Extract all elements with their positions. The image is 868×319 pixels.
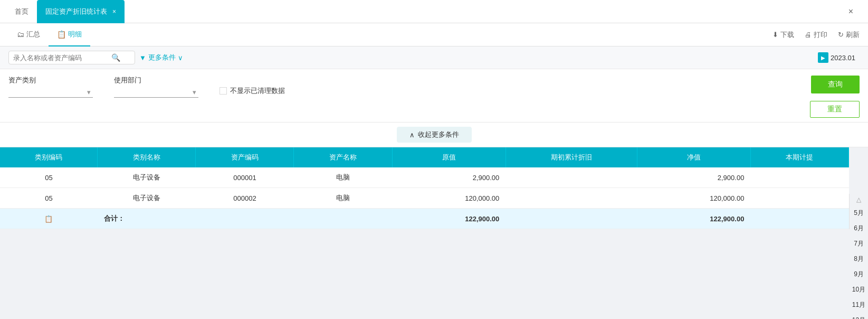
window-close-button[interactable]: ×: [840, 7, 862, 16]
print-label: 打印: [814, 30, 827, 40]
month-8[interactable]: 8月: [850, 251, 868, 267]
cell-asset-code-2: 000002: [196, 188, 294, 209]
download-button[interactable]: ⬇ 下载: [772, 30, 794, 40]
download-icon: ⬇: [772, 31, 778, 39]
cell-current-depr-1: [750, 167, 848, 188]
data-table: 类别编码 类别名称 资产编码 资产名称 原值 期初累计折旧 净值 本期计提 05…: [0, 147, 849, 229]
top-nav: 首页 固定资产折旧统计表 × ×: [0, 0, 868, 23]
department-label: 使用部门: [114, 76, 198, 85]
cell-net-value-2: 120,000.00: [637, 188, 750, 209]
data-table-wrap: 类别编码 类别名称 资产编码 资产名称 原值 期初累计折旧 净值 本期计提 05…: [0, 147, 849, 229]
cell-accumulated-2: [505, 188, 637, 209]
collapse-button[interactable]: ∧ 收起更多条件: [397, 127, 472, 143]
chevron-down-icon: ∨: [178, 54, 183, 62]
month-7[interactable]: 7月: [850, 236, 868, 251]
table-row: 05 电子设备 000001 电脑 2,900.00 2,900.00: [0, 167, 849, 188]
total-original: 122,900.00: [392, 209, 505, 229]
cell-net-value-1: 2,900.00: [637, 167, 750, 188]
col-accumulated: 期初累计折旧: [505, 147, 637, 167]
cell-asset-name-2: 电脑: [294, 188, 392, 209]
month-10[interactable]: 10月: [850, 282, 868, 297]
hide-cleared-group: 不显示已清理数据: [220, 86, 285, 96]
filter-icon: ▼: [139, 54, 146, 62]
download-label: 下载: [780, 30, 794, 40]
search-icon: 🔍: [111, 53, 120, 62]
query-button[interactable]: 查询: [811, 76, 860, 93]
asset-category-group: 资产类别 ▾: [8, 76, 93, 98]
expand-button[interactable]: ▶: [818, 52, 828, 63]
total-label: 合计：: [98, 209, 392, 229]
total-current-depr: [750, 209, 848, 229]
tab-summary[interactable]: 🗂 汇总: [8, 23, 49, 46]
table-header-row: 类别编码 类别名称 资产编码 资产名称 原值 期初累计折旧 净值 本期计提: [0, 147, 849, 167]
tab-summary-label: 汇总: [26, 30, 40, 39]
col-category-code: 类别编码: [0, 147, 98, 167]
hide-cleared-checkbox[interactable]: [220, 87, 227, 95]
table-row: 05 电子设备 000002 电脑 120,000.00 120,000.00: [0, 188, 849, 209]
reset-button[interactable]: 重置: [810, 101, 860, 118]
department-select[interactable]: ▾: [114, 87, 198, 98]
month-nav: △ 5月 6月 7月 8月 9月 10月 11月 12月 2023: [849, 194, 868, 229]
col-asset-code: 资产编码: [196, 147, 294, 167]
active-tab[interactable]: 固定资产折旧统计表 ×: [37, 0, 125, 23]
total-accumulated: [505, 209, 637, 229]
cell-category-name-2: 电子设备: [98, 188, 196, 209]
refresh-button[interactable]: ↻ 刷新: [838, 30, 860, 40]
cell-original-1: 2,900.00: [392, 167, 505, 188]
search-input[interactable]: [13, 54, 108, 62]
tab-close-icon[interactable]: ×: [112, 8, 116, 15]
asset-category-select[interactable]: ▾: [8, 87, 93, 98]
month-5[interactable]: 5月: [850, 205, 868, 221]
cell-current-depr-2: [750, 188, 848, 209]
detail-icon: 📋: [57, 30, 66, 39]
asset-category-label: 资产类别: [8, 76, 93, 85]
refresh-label: 刷新: [846, 30, 860, 40]
refresh-icon: ↻: [838, 31, 844, 39]
col-original: 原值: [392, 147, 505, 167]
col-category-name: 类别名称: [98, 147, 196, 167]
hide-cleared-label: 不显示已清理数据: [230, 86, 285, 96]
month-12[interactable]: 12月: [850, 313, 868, 319]
col-current-depreciation: 本期计提: [750, 147, 848, 167]
nav-home[interactable]: 首页: [6, 0, 37, 23]
cell-accumulated-1: [505, 167, 637, 188]
cell-asset-name-1: 电脑: [294, 167, 392, 188]
tab-row: 🗂 汇总 📋 明细 ⬇ 下载 🖨 打印 ↻ 刷新: [0, 23, 868, 46]
cell-category-code-2: 05: [0, 188, 98, 209]
collapse-row: ∧ 收起更多条件: [0, 123, 868, 147]
search-row: 🔍 ▼ 更多条件 ∨ ▶ 2023.01: [0, 46, 868, 69]
collapse-up-icon: ∧: [409, 131, 415, 139]
total-icon-cell: 📋: [0, 209, 98, 229]
cell-category-name-1: 电子设备: [98, 167, 196, 188]
month-nav-up[interactable]: △: [850, 194, 868, 205]
month-9[interactable]: 9月: [850, 267, 868, 282]
tab-detail[interactable]: 📋 明细: [49, 23, 90, 46]
cell-category-code-1: 05: [0, 167, 98, 188]
more-conditions-button[interactable]: ▼ 更多条件 ∨: [139, 53, 183, 62]
month-6[interactable]: 6月: [850, 221, 868, 236]
asset-category-dropdown-icon: ▾: [87, 88, 91, 96]
total-row: 📋 合计： 122,900.00 122,900.00: [0, 209, 849, 229]
more-conditions-label: 更多条件: [148, 53, 176, 62]
tab-title: 固定资产折旧统计表: [45, 7, 107, 16]
summary-icon: 🗂: [17, 30, 24, 39]
department-group: 使用部门 ▾: [114, 76, 198, 98]
department-dropdown-icon: ▾: [193, 88, 196, 96]
col-asset-name: 资产名称: [294, 147, 392, 167]
print-button[interactable]: 🖨 打印: [805, 30, 827, 40]
print-icon: 🖨: [805, 31, 812, 39]
month-11[interactable]: 11月: [850, 297, 868, 313]
tab-detail-label: 明细: [68, 30, 82, 39]
collapse-label: 收起更多条件: [418, 130, 459, 139]
total-net-value: 122,900.00: [637, 209, 750, 229]
search-input-wrap[interactable]: 🔍: [8, 51, 135, 64]
cell-asset-code-1: 000001: [196, 167, 294, 188]
date-indicator: 2023.01: [831, 54, 860, 62]
col-net-value: 净值: [637, 147, 750, 167]
cell-original-2: 120,000.00: [392, 188, 505, 209]
toolbar-right: ⬇ 下载 🖨 打印 ↻ 刷新: [772, 30, 860, 40]
